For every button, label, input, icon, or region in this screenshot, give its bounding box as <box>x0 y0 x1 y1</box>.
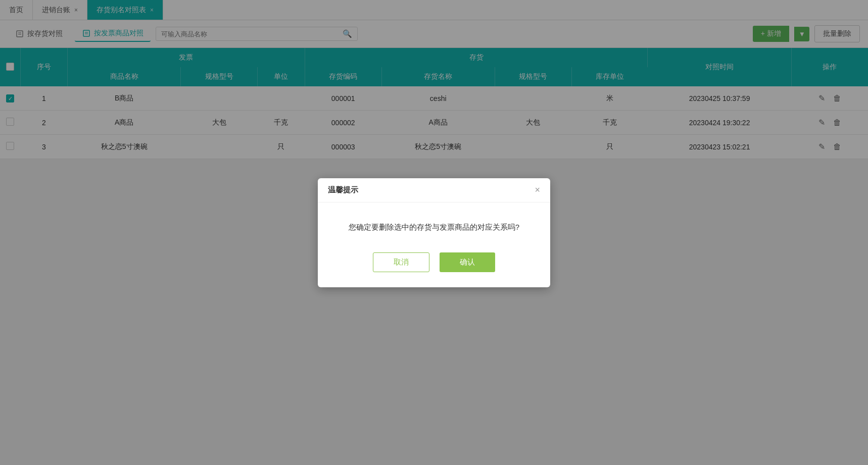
overlay: 温馨提示 × 您确定要删除选中的存货与发票商品的对应关系吗? 取消 确认 <box>0 0 868 159</box>
